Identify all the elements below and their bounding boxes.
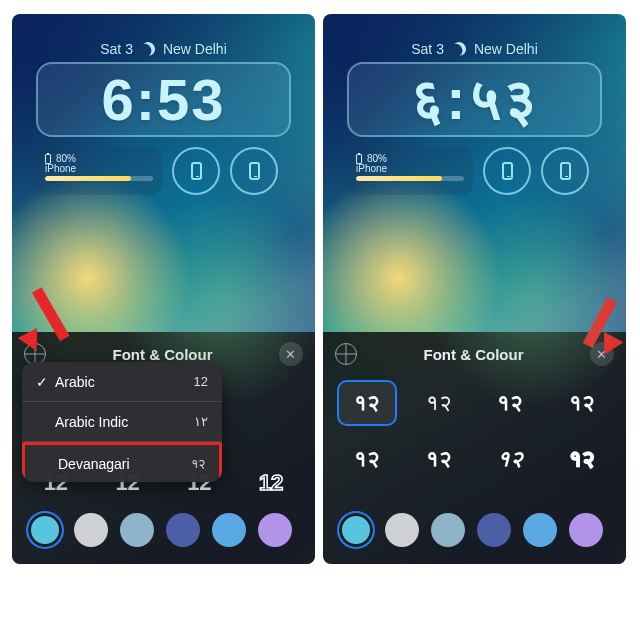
color-swatch[interactable] (339, 513, 373, 547)
sheet-title: Font & Colour (113, 346, 213, 363)
battery-bar (45, 176, 153, 181)
clock-box[interactable]: ६:५३ (347, 62, 602, 137)
color-swatch[interactable] (74, 513, 108, 547)
location-label: New Delhi (474, 41, 538, 57)
color-swatch[interactable] (120, 513, 154, 547)
moon-icon (139, 40, 158, 59)
sheet-header: Font & Colour ✕ (323, 332, 626, 376)
color-swatch[interactable] (258, 513, 292, 547)
language-option-arabic-indic[interactable]: Arabic Indic ١٢ (22, 402, 222, 442)
check-icon: ✓ (36, 374, 48, 390)
font-tile[interactable]: १२ (337, 380, 397, 426)
screenshot-left: Sat 3 New Delhi 6:53 80% iPhone Font & C… (12, 14, 315, 564)
widget-circle-2[interactable] (541, 147, 589, 195)
phone-icon (191, 162, 202, 180)
language-option-arabic[interactable]: ✓Arabic 12 (22, 362, 222, 402)
color-swatch[interactable] (523, 513, 557, 547)
color-swatch[interactable] (385, 513, 419, 547)
font-tile[interactable]: १२ (552, 436, 612, 482)
device-name: iPhone (356, 163, 464, 174)
font-tile[interactable]: १२ (409, 380, 469, 426)
clock-box[interactable]: 6:53 (36, 62, 291, 137)
widget-circle-1[interactable] (172, 147, 220, 195)
date-label: Sat 3 (411, 41, 444, 57)
font-tile[interactable]: १२ (409, 436, 469, 482)
color-row (12, 504, 315, 556)
battery-widget[interactable]: 80% iPhone (36, 147, 162, 195)
phone-icon (502, 162, 513, 180)
globe-icon[interactable] (335, 343, 357, 365)
language-option-devanagari[interactable]: Devanagari १२ (22, 442, 222, 482)
sheet-title: Font & Colour (424, 346, 524, 363)
color-swatch[interactable] (166, 513, 200, 547)
widgets-row[interactable]: 80% iPhone (36, 147, 291, 195)
color-swatch[interactable] (212, 513, 246, 547)
widget-circle-1[interactable] (483, 147, 531, 195)
widget-circle-2[interactable] (230, 147, 278, 195)
clock-time: 6:53 (101, 66, 225, 133)
date-label: Sat 3 (100, 41, 133, 57)
color-swatch[interactable] (569, 513, 603, 547)
moon-icon (450, 40, 469, 59)
font-tile[interactable]: १२ (337, 436, 397, 482)
font-tile[interactable]: १२ (481, 380, 541, 426)
color-row (323, 504, 626, 556)
color-swatch[interactable] (28, 513, 62, 547)
font-tile[interactable]: १२ (481, 436, 541, 482)
font-colour-sheet: Font & Colour ✕ १२ १२ १२ १२ १२ १२ १२ १२ (323, 332, 626, 564)
phone-icon (560, 162, 571, 180)
location-label: New Delhi (163, 41, 227, 57)
language-popup: ✓Arabic 12 Arabic Indic ١٢ Devanagari १२ (22, 362, 222, 482)
font-grid: १२ १२ १२ १२ १२ १२ १२ १२ (323, 376, 626, 482)
battery-widget[interactable]: 80% iPhone (347, 147, 473, 195)
clock-time: ६:५३ (411, 65, 537, 134)
color-swatch[interactable] (477, 513, 511, 547)
date-row[interactable]: Sat 3 New Delhi (12, 41, 315, 57)
widgets-row[interactable]: 80% iPhone (347, 147, 602, 195)
date-row[interactable]: Sat 3 New Delhi (323, 41, 626, 57)
phone-icon (249, 162, 260, 180)
color-swatch[interactable] (431, 513, 465, 547)
font-tile[interactable]: 12 (241, 460, 301, 506)
font-tile[interactable]: १२ (552, 380, 612, 426)
phone-icon (45, 154, 51, 164)
screenshot-right: Sat 3 New Delhi ६:५३ 80% iPhone Font & C… (323, 14, 626, 564)
phone-icon (356, 154, 362, 164)
close-icon[interactable]: ✕ (279, 342, 303, 366)
battery-bar (356, 176, 464, 181)
device-name: iPhone (45, 163, 153, 174)
